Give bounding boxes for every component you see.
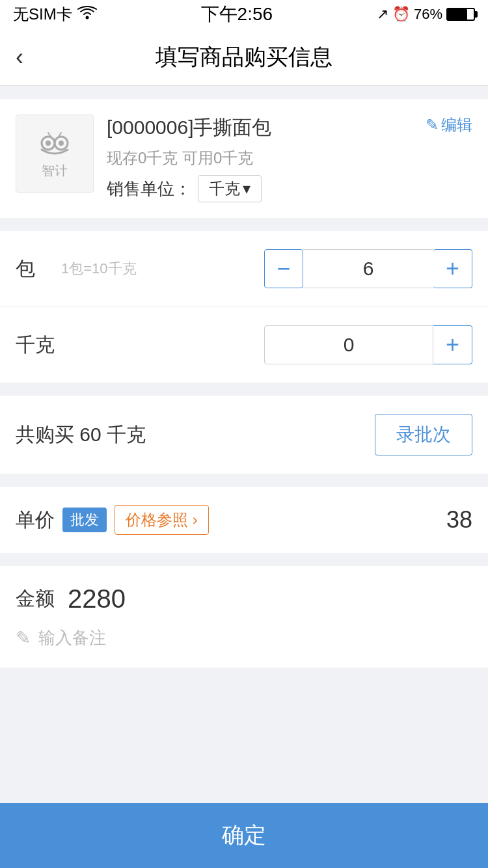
status-time: 下午2:56 [201, 2, 273, 27]
price-left: 单价 批发 价格参照 › [16, 505, 209, 535]
logo-text: 智计 [42, 163, 68, 178]
package-quantity-input[interactable] [303, 249, 433, 288]
wifi-icon [77, 5, 97, 23]
product-stock: 现存0千克 可用0千克 [107, 148, 472, 169]
package-quantity-control: − + [264, 249, 472, 288]
note-placeholder: 输入备注 [38, 627, 106, 649]
status-left: 无SIM卡 [13, 4, 97, 25]
batch-button[interactable]: 录批次 [375, 414, 472, 455]
battery-text: 76% [414, 6, 442, 23]
svg-point-4 [59, 141, 64, 146]
kilogram-row: 千克 + [0, 307, 488, 383]
status-right: ↗ ⏰ 76% [377, 6, 475, 23]
price-section: 单价 批发 价格参照 › 38 [0, 487, 488, 553]
package-hint: 1包=10千克 [61, 259, 264, 278]
price-label: 单价 [16, 507, 55, 534]
confirm-button[interactable]: 确定 [0, 803, 488, 868]
price-tag: 批发 [62, 508, 107, 532]
edit-icon: ✎ [426, 116, 439, 134]
amount-value: 2280 [68, 584, 126, 614]
product-logo: 智计 [35, 129, 74, 178]
package-minus-button[interactable]: − [264, 249, 303, 288]
kilogram-label: 千克 [16, 332, 55, 359]
package-label: 包 [16, 256, 55, 282]
dropdown-arrow-icon: ▾ [243, 180, 251, 198]
kilogram-quantity-control: + [264, 325, 472, 364]
product-card: 智计 [0000006]手撕面包 现存0千克 可用0千克 销售单位： 千克 ▾ … [0, 99, 488, 218]
bottom-spacer [0, 668, 488, 746]
carrier-text: 无SIM卡 [13, 4, 72, 25]
product-info: [0000006]手撕面包 现存0千克 可用0千克 销售单位： 千克 ▾ [107, 115, 472, 202]
total-text: 共购买 60 千克 [16, 422, 146, 448]
unit-dropdown[interactable]: 千克 ▾ [198, 175, 262, 202]
package-plus-button[interactable]: + [433, 249, 472, 288]
back-button[interactable]: ‹ [16, 44, 23, 71]
product-name: [0000006]手撕面包 [107, 115, 472, 141]
pencil-icon: ✎ [16, 627, 31, 649]
location-icon: ↗ [377, 6, 388, 23]
edit-button[interactable]: ✎ 编辑 [426, 115, 472, 135]
battery-icon [446, 8, 475, 21]
svg-point-0 [85, 16, 88, 20]
package-section: 包 1包=10千克 − + 千克 + [0, 231, 488, 383]
price-row: 单价 批发 价格参照 › 38 [16, 505, 472, 535]
amount-row: 金额 2280 [16, 584, 472, 614]
package-row: 包 1包=10千克 − + [0, 231, 488, 307]
price-ref-button[interactable]: 价格参照 › [115, 505, 209, 535]
note-row[interactable]: ✎ 输入备注 [16, 627, 472, 649]
status-bar: 无SIM卡 下午2:56 ↗ ⏰ 76% [0, 0, 488, 29]
svg-point-3 [46, 141, 51, 146]
alarm-icon: ⏰ [392, 6, 410, 23]
price-value: 38 [446, 506, 472, 534]
amount-label: 金额 [16, 586, 55, 612]
amount-section: 金额 2280 ✎ 输入备注 [0, 566, 488, 668]
product-unit-row: 销售单位： 千克 ▾ [107, 175, 472, 202]
kilogram-quantity-input[interactable] [264, 325, 433, 364]
total-row: 共购买 60 千克 录批次 [0, 396, 488, 474]
product-thumbnail: 智计 [16, 115, 94, 193]
nav-bar: ‹ 填写商品购买信息 [0, 29, 488, 86]
page-title: 填写商品购买信息 [156, 42, 332, 72]
kilogram-plus-button[interactable]: + [433, 325, 472, 364]
unit-label: 销售单位： [107, 178, 191, 200]
